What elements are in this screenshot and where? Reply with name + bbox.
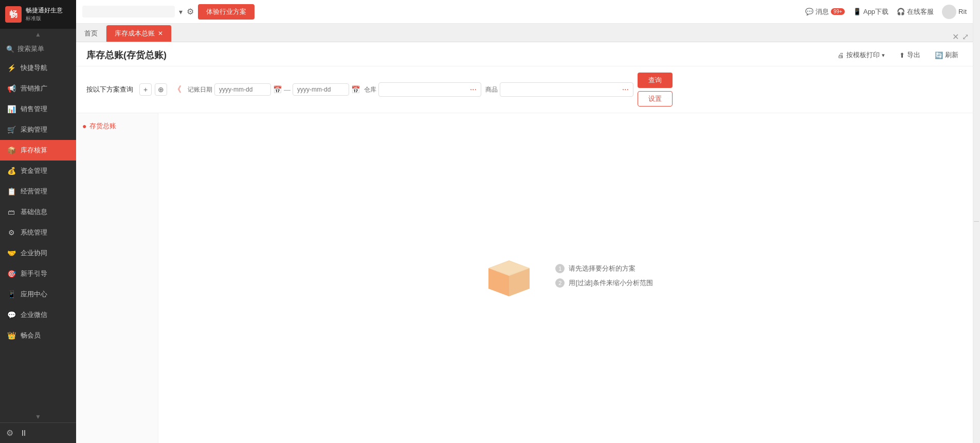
- tab-home[interactable]: 首页: [76, 25, 106, 42]
- username-label: Rit: [958, 8, 967, 15]
- message-button[interactable]: 💬 消息 99+: [805, 7, 845, 16]
- step-2-badge: 2: [555, 278, 565, 288]
- sidebar: 畅 畅捷通好生意 标准版 ▲ 🔍 搜索菜单 ⚡ 快捷导航 📢 营销推广 📊 销售…: [0, 0, 76, 443]
- query-button[interactable]: 查询: [638, 73, 673, 88]
- user-avatar: [942, 5, 956, 19]
- product-filter: 商品 ···: [485, 82, 633, 97]
- sidebar-nav: ⚡ 快捷导航 📢 营销推广 📊 销售管理 🛒 采购管理 📦 库存核算 💰 资金管…: [0, 58, 76, 411]
- app-download-button[interactable]: 📱 App下载: [853, 7, 888, 16]
- page-wrap: 库存总账(存货总账) 🖨 按模板打印 ▾ ⬆ 导出 🔄 刷新: [76, 42, 973, 443]
- date-separator: —: [284, 86, 291, 94]
- sidebar-item-guide[interactable]: 🎯 新手引导: [0, 263, 76, 284]
- sidebar-item-wechat[interactable]: 💬 企业微信: [0, 305, 76, 325]
- export-icon: ⬆: [899, 51, 905, 59]
- expand-icon[interactable]: ⤢: [962, 32, 969, 42]
- settings-footer-icon[interactable]: ⚙: [6, 428, 13, 438]
- page-actions: 🖨 按模板打印 ▾ ⬆ 导出 🔄 刷新: [833, 48, 963, 62]
- step-1-badge: 1: [555, 264, 565, 273]
- marketing-icon: 📢: [6, 83, 16, 94]
- refresh-icon: 🔄: [935, 51, 943, 59]
- phone-icon: 📱: [853, 8, 861, 15]
- date-start-input[interactable]: [214, 83, 271, 96]
- filter-collapse-button[interactable]: 《: [173, 84, 182, 95]
- settings-button[interactable]: 设置: [638, 91, 673, 107]
- tab-close-icon[interactable]: ✕: [158, 30, 163, 37]
- user-avatar-area[interactable]: Rit: [942, 5, 967, 19]
- scheme-item-inventory[interactable]: ● 存货总账: [76, 117, 158, 135]
- sidebar-item-quick-nav[interactable]: ⚡ 快捷导航: [0, 58, 76, 78]
- topbar-search-area[interactable]: [82, 6, 175, 17]
- filter-label: 按以下方案查询: [86, 85, 133, 94]
- right-panel: |: [973, 0, 980, 443]
- sidebar-item-inventory[interactable]: 📦 库存核算: [0, 140, 76, 161]
- topbar-right: 💬 消息 99+ 📱 App下载 🎧 在线客服 Rit: [805, 5, 967, 19]
- app-title: 畅捷通好生意: [26, 7, 63, 15]
- quick-nav-icon: ⚡: [6, 63, 16, 73]
- right-panel-tab[interactable]: |: [974, 221, 979, 222]
- print-dropdown-icon: ▾: [882, 52, 885, 59]
- box-svg: [478, 247, 540, 309]
- hint-item-2: 2 用[过滤]条件来缩小分析范围: [555, 278, 652, 288]
- filter-settings-button[interactable]: ⊕: [155, 83, 167, 96]
- empty-state-inner: 1 请先选择要分析的方案 2 用[过滤]条件来缩小分析范围: [478, 247, 652, 309]
- app-center-icon: 📱: [6, 289, 16, 299]
- sidebar-footer: ⚙ ⏸: [0, 422, 76, 443]
- app-subtitle: 标准版: [26, 15, 63, 22]
- online-service-button[interactable]: 🎧 在线客服: [897, 7, 934, 16]
- page-content: 库存总账(存货总账) 🖨 按模板打印 ▾ ⬆ 导出 🔄 刷新: [76, 42, 973, 443]
- product-label: 商品: [485, 85, 498, 94]
- sidebar-item-app-center[interactable]: 📱 应用中心: [0, 284, 76, 305]
- sidebar-item-sales[interactable]: 📊 销售管理: [0, 99, 76, 119]
- collapse-icon[interactable]: ⏸: [20, 429, 28, 438]
- wechat-icon: 💬: [6, 310, 16, 320]
- product-select[interactable]: ···: [500, 82, 633, 97]
- topbar-left: ▾ ⚙ 体验行业方案: [82, 4, 805, 20]
- industry-solution-button[interactable]: 体验行业方案: [198, 4, 255, 20]
- export-button[interactable]: ⬆ 导出: [895, 48, 924, 62]
- warehouse-select[interactable]: ···: [378, 82, 481, 97]
- date-filter: 记账日期 📅 — 📅: [188, 83, 360, 96]
- topbar: ▾ ⚙ 体验行业方案 💬 消息 99+ 📱 App下载 🎧 在线客服 Rit: [76, 0, 973, 24]
- warehouse-filter: 仓库 ···: [364, 82, 481, 97]
- topbar-dropdown-icon[interactable]: ▾: [179, 8, 183, 16]
- sidebar-item-finance[interactable]: 💰 资金管理: [0, 161, 76, 181]
- system-icon: ⚙: [6, 227, 16, 238]
- sidebar-item-marketing[interactable]: 📢 营销推广: [0, 78, 76, 99]
- filter-add-button[interactable]: +: [139, 83, 152, 96]
- date-start-icon[interactable]: 📅: [273, 85, 282, 94]
- date-end-input[interactable]: [293, 83, 349, 96]
- tab-inventory-ledger[interactable]: 库存成本总账 ✕: [106, 25, 172, 42]
- sidebar-search[interactable]: 🔍 搜索菜单: [0, 40, 76, 58]
- content-body: ● 存货总账: [76, 113, 973, 443]
- member-icon: 👑: [6, 330, 16, 341]
- warehouse-label: 仓库: [364, 85, 376, 94]
- topbar-gear-icon[interactable]: ⚙: [187, 7, 194, 16]
- date-end-icon[interactable]: 📅: [351, 85, 360, 94]
- finance-icon: 💰: [6, 166, 16, 176]
- operations-icon: 📋: [6, 186, 16, 197]
- query-btn-group: 查询 设置: [638, 73, 673, 107]
- filter-row: 记账日期 📅 — 📅 仓库 ···: [188, 73, 673, 107]
- refresh-button[interactable]: 🔄 刷新: [931, 48, 963, 62]
- print-button[interactable]: 🖨 按模板打印 ▾: [833, 48, 889, 62]
- sidebar-item-operations[interactable]: 📋 经营管理: [0, 181, 76, 202]
- scroll-up-indicator[interactable]: ▲: [0, 29, 76, 40]
- main-area: ▾ ⚙ 体验行业方案 💬 消息 99+ 📱 App下载 🎧 在线客服 Rit: [76, 0, 973, 443]
- warehouse-more-icon[interactable]: ···: [470, 85, 477, 94]
- topbar-search-input[interactable]: [86, 8, 171, 15]
- sidebar-item-purchase[interactable]: 🛒 采购管理: [0, 119, 76, 140]
- message-badge: 99+: [831, 8, 845, 15]
- close-panel-icon[interactable]: ✕: [952, 32, 959, 42]
- sidebar-item-enterprise[interactable]: 🤝 企业协同: [0, 243, 76, 263]
- sidebar-item-basic-info[interactable]: 🗃 基础信息: [0, 202, 76, 222]
- sidebar-item-member[interactable]: 👑 畅会员: [0, 325, 76, 346]
- headset-icon: 🎧: [897, 8, 905, 15]
- printer-icon: 🖨: [838, 51, 844, 59]
- message-icon: 💬: [805, 8, 813, 15]
- scroll-down-indicator[interactable]: ▼: [0, 411, 76, 422]
- hint-item-1: 1 请先选择要分析的方案: [555, 264, 652, 273]
- sidebar-item-system[interactable]: ⚙ 系统管理: [0, 222, 76, 243]
- product-more-icon[interactable]: ···: [622, 85, 629, 94]
- sidebar-header: 畅 畅捷通好生意 标准版: [0, 0, 76, 29]
- sales-icon: 📊: [6, 104, 16, 114]
